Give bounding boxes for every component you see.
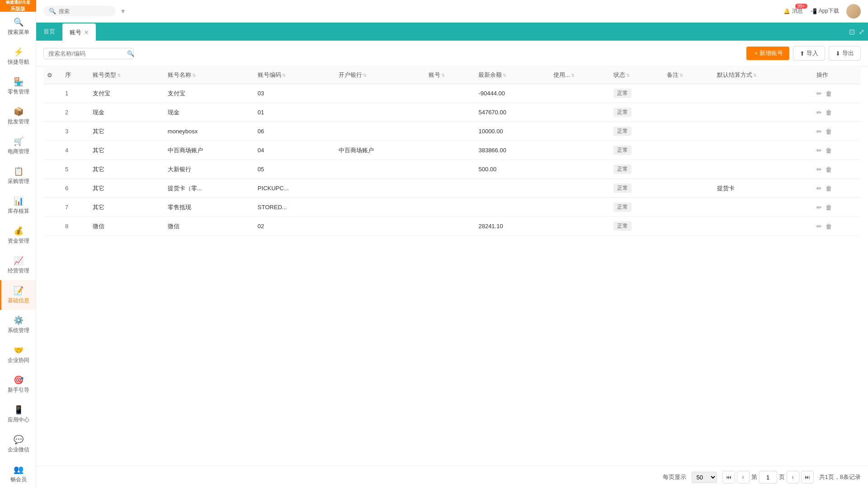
tab-expand-button[interactable]: ⤢: [859, 28, 864, 36]
sidebar-item-enterprise-wechat[interactable]: 💬 企业微信: [0, 429, 36, 459]
sidebar-item-changhui-member[interactable]: 👥 畅会员: [0, 459, 36, 488]
row-type: 其它: [89, 198, 164, 217]
row-action: ✏ 🗑: [813, 141, 861, 160]
page-num-input[interactable]: [759, 471, 777, 483]
row-action: ✏ 🗑: [813, 198, 861, 217]
row-name: moneybosx: [164, 122, 254, 141]
tab-accounts-close[interactable]: ✕: [84, 29, 89, 36]
col-remark[interactable]: 备注⇅: [663, 66, 713, 84]
sidebar-item-new-guide[interactable]: 🎯 新手引导: [0, 370, 36, 399]
enterprise-wechat-icon: 💬: [14, 435, 24, 445]
row-default-settlement: [713, 160, 813, 179]
delete-button[interactable]: 🗑: [826, 90, 832, 97]
sidebar-item-search-menu[interactable]: 🔍 搜索菜单: [0, 12, 36, 42]
tab-minimize-button[interactable]: ⊡: [849, 28, 855, 36]
row-status: 正常: [610, 179, 664, 198]
notification-button[interactable]: 🔔 消息 99+: [783, 7, 803, 15]
delete-button[interactable]: 🗑: [826, 166, 832, 173]
row-action: ✏ 🗑: [813, 160, 861, 179]
row-remark: [663, 198, 713, 217]
delete-button[interactable]: 🗑: [826, 109, 832, 116]
delete-button[interactable]: 🗑: [826, 204, 832, 211]
col-status[interactable]: 状态⇅: [610, 66, 664, 84]
edit-button[interactable]: ✏: [816, 166, 822, 173]
col-settings[interactable]: ⚙: [43, 66, 61, 84]
edit-button[interactable]: ✏: [816, 90, 822, 97]
row-type: 其它: [89, 160, 164, 179]
delete-button[interactable]: 🗑: [826, 128, 832, 135]
col-account[interactable]: 账号⇅: [425, 66, 475, 84]
top-search-bar[interactable]: 🔍: [43, 6, 116, 16]
col-type[interactable]: 账号类型⇅: [89, 66, 164, 84]
accounts-table: ⚙ 序 账号类型⇅ 账号名称⇅ 账号编码⇅ 开户银行⇅ 账号⇅ 最新余额⇅ 使用…: [43, 66, 861, 236]
row-status: 正常: [610, 198, 664, 217]
col-default-settlement[interactable]: 默认结算方式⇅: [713, 66, 813, 84]
sidebar-item-wholesale-mgmt[interactable]: 📦 批发管理: [0, 101, 36, 131]
sidebar-item-app-center[interactable]: 📱 应用中心: [0, 399, 36, 429]
delete-button[interactable]: 🗑: [826, 185, 832, 192]
import-button[interactable]: ⬆ 导入: [793, 46, 825, 61]
export-button[interactable]: ⬇ 导出: [829, 46, 861, 61]
tab-accounts[interactable]: 账号 ✕: [62, 23, 96, 42]
sidebar-item-label: 新手引导: [8, 386, 29, 394]
user-avatar[interactable]: [846, 4, 861, 19]
sidebar-item-capital-mgmt[interactable]: 💰 资金管理: [0, 221, 36, 250]
sidebar-item-inventory[interactable]: 📊 库存核算: [0, 191, 36, 221]
last-page-button[interactable]: ⏭: [801, 471, 814, 483]
app-download-icon: 📲: [810, 8, 817, 14]
top-search-input[interactable]: [59, 8, 110, 14]
row-account: [425, 141, 475, 160]
sidebar-item-enterprise-agreement[interactable]: 🤝 企业协同: [0, 340, 36, 370]
sidebar-item-operations-mgmt[interactable]: 📈 经营管理: [0, 250, 36, 280]
tab-home[interactable]: 首页: [36, 23, 62, 41]
table-search-wrap[interactable]: 🔍: [43, 48, 134, 59]
edit-button[interactable]: ✏: [816, 128, 822, 135]
edit-button[interactable]: ✏: [816, 223, 822, 230]
sidebar-item-retail-mgmt[interactable]: 🏪 零售管理: [0, 71, 36, 101]
edit-button[interactable]: ✏: [816, 185, 822, 192]
row-status: 正常: [610, 122, 664, 141]
first-page-button[interactable]: ⏮: [722, 471, 735, 483]
row-bank: [335, 217, 425, 236]
delete-button[interactable]: 🗑: [826, 147, 832, 154]
edit-button[interactable]: ✏: [816, 109, 822, 116]
sidebar-logo: 畅捷通好生意 乐版版: [0, 0, 36, 12]
quick-nav-icon: ⚡: [14, 47, 24, 57]
row-default-settlement: 提货卡: [713, 179, 813, 198]
dropdown-icon[interactable]: ▾: [121, 7, 125, 15]
search-icon: 🔍: [49, 8, 56, 14]
table-search-input[interactable]: [48, 50, 124, 57]
col-bank[interactable]: 开户银行⇅: [335, 66, 425, 84]
page-size-select[interactable]: 50 100 200: [692, 472, 717, 483]
col-balance[interactable]: 最新余额⇅: [475, 66, 549, 84]
tab-home-label: 首页: [43, 28, 55, 36]
prev-page-button[interactable]: ‹: [737, 471, 750, 483]
tab-bar: 首页 账号 ✕ ⊡ ⤢: [36, 23, 868, 41]
sidebar-item-purchase-mgmt[interactable]: 📋 采购管理: [0, 161, 36, 191]
app-download-button[interactable]: 📲 App下载: [810, 7, 839, 15]
row-code: 04: [254, 141, 335, 160]
sidebar-item-basic-info[interactable]: 📝 基础信息: [0, 280, 36, 310]
edit-button[interactable]: ✏: [816, 204, 822, 211]
next-page-button[interactable]: ›: [787, 471, 799, 483]
page-size-label: 每页显示: [663, 473, 686, 481]
row-bank: 中百商场账户: [335, 141, 425, 160]
col-name[interactable]: 账号名称⇅: [164, 66, 254, 84]
row-action: ✏ 🗑: [813, 122, 861, 141]
sidebar-item-sys-mgmt[interactable]: ⚙️ 系统管理: [0, 310, 36, 340]
col-index: 序: [61, 66, 89, 84]
row-balance: [475, 179, 549, 198]
row-usage: [550, 217, 610, 236]
row-type: 微信: [89, 217, 164, 236]
edit-button[interactable]: ✏: [816, 147, 822, 154]
delete-button[interactable]: 🗑: [826, 223, 832, 230]
row-balance: -90444.00: [475, 84, 549, 103]
sidebar-item-quick-nav[interactable]: ⚡ 快捷导航: [0, 42, 36, 71]
sidebar-item-ecom-mgmt[interactable]: 🛒 电商管理: [0, 131, 36, 161]
col-usage[interactable]: 使用...⇅: [550, 66, 610, 84]
row-usage: [550, 141, 610, 160]
add-account-button[interactable]: + 新增账号: [746, 47, 789, 60]
col-code[interactable]: 账号编码⇅: [254, 66, 335, 84]
sidebar-item-label: 电商管理: [8, 148, 29, 155]
toolbar: 🔍 + 新增账号 ⬆ 导入 ⬇ 导出: [36, 41, 868, 66]
